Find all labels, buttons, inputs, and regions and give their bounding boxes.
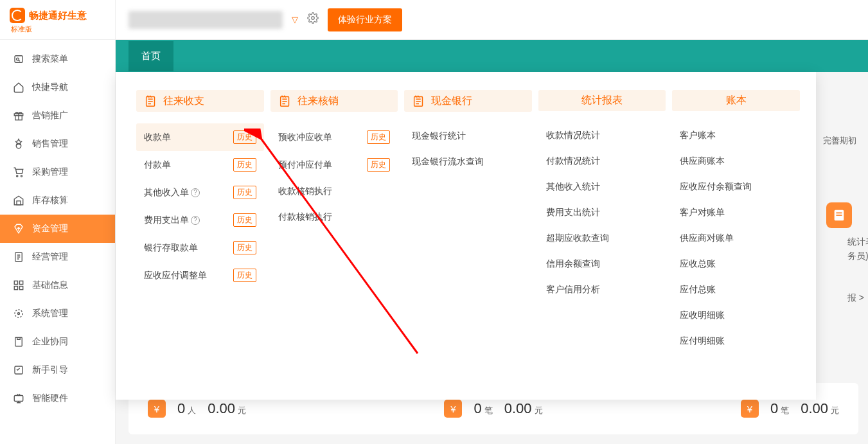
sidebar-item-label: 搜索菜单 — [32, 53, 68, 65]
grid-icon — [13, 280, 24, 291]
mega-menu-item[interactable]: 收款单历史 — [136, 123, 264, 151]
mega-column: 往来收支收款单历史付款单历史其他收入单?历史费用支出单?历史银行存取款单历史应收… — [136, 90, 264, 354]
sidebar-item-gear[interactable]: 系统管理 — [0, 299, 115, 328]
mega-menu-item[interactable]: 预付冲应付单历史 — [270, 151, 398, 179]
mega-menu-item[interactable]: 应收总账 — [672, 251, 800, 277]
history-badge[interactable]: 历史 — [233, 186, 256, 199]
mega-menu-item[interactable]: 应付总账 — [672, 277, 800, 303]
sidebar-item-gift[interactable]: 营销推广 — [0, 102, 115, 130]
mega-menu-item[interactable]: 应收应付调整单历史 — [136, 262, 264, 289]
help-icon[interactable]: ? — [191, 216, 200, 225]
home-icon — [13, 82, 24, 93]
doc-icon — [13, 251, 24, 263]
sidebar-item-home[interactable]: 快捷导航 — [0, 73, 115, 102]
mega-menu-item[interactable]: 收款核销执行 — [270, 179, 398, 204]
gift-icon — [13, 110, 24, 121]
stat-person-icon: ¥ — [148, 400, 166, 418]
mega-menu-item[interactable]: 应收明细账 — [672, 303, 800, 328]
sidebar-item-search[interactable]: 搜索菜单 — [0, 45, 115, 73]
history-badge[interactable]: 历史 — [233, 269, 256, 282]
sidebar-item-label: 新手引导 — [32, 364, 68, 376]
mega-menu-item[interactable]: 其他收入单?历史 — [136, 179, 264, 206]
mega-menu-item[interactable]: 现金银行统计 — [404, 123, 532, 149]
mega-item-label: 信用余额查询 — [546, 258, 600, 270]
stat-wallet-icon: ¥ — [741, 400, 759, 418]
sidebar-item-tv[interactable]: 智能硬件 — [0, 384, 115, 413]
mega-menu-item[interactable]: 银行存取款单历史 — [136, 234, 264, 262]
mega-menu-item[interactable]: 客户信用分析 — [538, 277, 666, 303]
svg-point-18 — [312, 17, 315, 20]
mega-menu-item[interactable]: 收款情况统计 — [538, 123, 666, 148]
help-icon[interactable]: ? — [191, 188, 200, 197]
mega-item-label: 收款情况统计 — [546, 130, 600, 141]
bg-report-icon — [826, 202, 852, 228]
mega-menu: 往来收支收款单历史付款单历史其他收入单?历史费用支出单?历史银行存取款单历史应收… — [116, 72, 816, 400]
stat-item: ¥ 0笔 0.00元 — [444, 400, 542, 418]
tv-icon — [13, 393, 24, 404]
mega-menu-item[interactable]: 应收应付余额查询 — [672, 174, 800, 200]
mega-column-header: 现金银行 — [404, 90, 532, 112]
sidebar-item-money[interactable]: 资金管理 — [0, 215, 115, 243]
mega-menu-item[interactable]: 预收冲应收单历史 — [270, 123, 398, 151]
industry-plan-button[interactable]: 体验行业方案 — [328, 8, 402, 31]
history-badge[interactable]: 历史 — [367, 130, 390, 144]
mega-menu-item[interactable]: 供应商对账单 — [672, 226, 800, 251]
mega-menu-item[interactable]: 费用支出单?历史 — [136, 206, 264, 234]
gear-icon[interactable] — [307, 12, 319, 27]
mega-menu-item[interactable]: 客户账本 — [672, 123, 800, 148]
sidebar-item-warehouse[interactable]: 库存核算 — [0, 186, 115, 215]
mega-menu-item[interactable]: 客户对账单 — [672, 200, 800, 226]
cart-icon — [13, 166, 24, 178]
history-badge[interactable]: 历史 — [233, 158, 256, 172]
history-badge[interactable]: 历史 — [233, 213, 256, 227]
sidebar-item-team[interactable]: 企业协同 — [0, 328, 115, 356]
mega-menu-item[interactable]: 付款情况统计 — [538, 148, 666, 174]
mega-item-label: 客户对账单 — [680, 207, 725, 218]
sidebar-item-doc[interactable]: 经营管理 — [0, 243, 115, 271]
mega-menu-item[interactable]: 应付明细账 — [672, 328, 800, 354]
sidebar-item-guide[interactable]: 新手引导 — [0, 356, 115, 384]
mega-item-label: 付款核销执行 — [278, 211, 332, 223]
mega-item-label: 客户信用分析 — [546, 284, 600, 296]
stat-item: ¥ 0人 0.00元 — [148, 400, 246, 418]
mega-menu-item[interactable]: 其他收入统计 — [538, 174, 666, 200]
logo-text: 畅捷通好生意 — [29, 10, 87, 22]
mega-item-label: 其他收入单? — [144, 187, 200, 199]
sidebar-item-grid[interactable]: 基础信息 — [0, 271, 115, 299]
mega-menu-item[interactable]: 付款单历史 — [136, 151, 264, 179]
mega-item-label: 应收总账 — [680, 258, 716, 270]
history-badge[interactable]: 历史 — [367, 158, 390, 172]
sidebar-item-cart[interactable]: 采购管理 — [0, 158, 115, 186]
nav-list: 搜索菜单快捷导航营销推广销售管理采购管理库存核算资金管理经营管理基础信息系统管理… — [0, 40, 115, 413]
mega-column-header: 统计报表 — [538, 90, 666, 111]
mega-menu-item[interactable]: 付款核销执行 — [270, 204, 398, 230]
document-icon — [278, 94, 292, 108]
mega-item-label: 其他收入统计 — [546, 181, 600, 193]
chevron-down-icon[interactable]: ▽ — [292, 15, 298, 24]
history-badge[interactable]: 历史 — [233, 130, 256, 144]
mega-item-label: 供应商对账单 — [680, 233, 734, 244]
mega-item-label: 现金银行流水查询 — [412, 156, 484, 168]
tab-home[interactable]: 首页 — [128, 41, 173, 71]
header: ▽ 体验行业方案 — [116, 0, 868, 40]
mega-menu-item[interactable]: 信用余额查询 — [538, 251, 666, 277]
sidebar-item-label: 企业协同 — [32, 336, 68, 348]
mega-item-label: 预收冲应收单 — [278, 132, 332, 143]
svg-rect-21 — [836, 215, 842, 216]
mega-item-label: 应付总账 — [680, 284, 716, 296]
mega-menu-item[interactable]: 现金银行流水查询 — [404, 149, 532, 175]
money-icon — [13, 223, 24, 235]
mega-item-label: 客户账本 — [680, 130, 716, 141]
mega-item-label: 收款核销执行 — [278, 186, 332, 197]
bg-hint-stats: 统计表务员) — [847, 235, 868, 263]
sidebar-item-sales[interactable]: 销售管理 — [0, 130, 115, 158]
history-badge[interactable]: 历史 — [233, 241, 256, 254]
mega-menu-item[interactable]: 超期应收款查询 — [538, 226, 666, 251]
mega-column-title: 统计报表 — [581, 94, 623, 107]
mega-column-title: 往来收支 — [163, 94, 204, 108]
sidebar-item-label: 智能硬件 — [32, 393, 68, 404]
mega-menu-item[interactable]: 费用支出统计 — [538, 200, 666, 226]
sales-icon — [13, 138, 24, 150]
mega-menu-item[interactable]: 供应商账本 — [672, 148, 800, 174]
svg-point-13 — [15, 310, 22, 317]
